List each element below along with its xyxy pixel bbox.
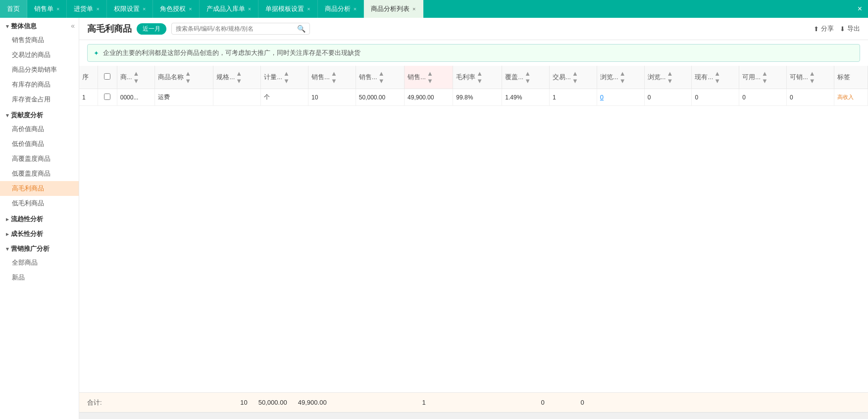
close-icon[interactable]: × bbox=[412, 6, 415, 12]
cell-name: 运费 bbox=[155, 89, 213, 106]
sidebar-item-stock-capital[interactable]: 库存资金占用 bbox=[0, 92, 79, 107]
arrow-down-icon: ▾ bbox=[6, 23, 9, 30]
footer-stock-current-val: 0 bbox=[508, 399, 548, 406]
sidebar-item-high-value[interactable]: 高价值商品 bbox=[0, 122, 79, 137]
nav-product-analysis-list[interactable]: 商品分析列表 × bbox=[364, 0, 423, 18]
views1-link[interactable]: 0 bbox=[600, 93, 604, 101]
close-icon[interactable]: × bbox=[143, 6, 146, 12]
footer-sales-amount-val: 50,000.00 bbox=[251, 399, 290, 406]
cell-unit: 个 bbox=[261, 89, 308, 106]
export-button[interactable]: ⬇ 导出 bbox=[840, 24, 860, 33]
arrow-right-icon: ▸ bbox=[6, 231, 9, 237]
content-header: 高毛利商品 近一月 🔍 ⬆ 分享 ⬇ 导出 bbox=[79, 18, 868, 40]
sort-arrows: ▲▼ bbox=[185, 70, 191, 85]
footer-sales-qty bbox=[112, 399, 211, 406]
cell-stock-current: 0 bbox=[692, 89, 739, 106]
arrow-right-icon: ▸ bbox=[6, 216, 9, 223]
sidebar-group-contribution[interactable]: ▾ 贡献度分析 bbox=[0, 107, 79, 122]
col-stock-available: 可用... ▲▼ bbox=[739, 66, 787, 89]
sidebar-collapse-button[interactable]: « bbox=[71, 22, 75, 30]
sort-arrows: ▲▼ bbox=[524, 70, 531, 85]
nav-role-auth[interactable]: 角色授权 × bbox=[153, 0, 199, 18]
sidebar-group-trend[interactable]: ▸ 流趋性分析 bbox=[0, 211, 79, 226]
search-input[interactable] bbox=[176, 25, 297, 32]
footer-cells: 10 50,000.00 49,900.00 1 0 0 bbox=[112, 399, 860, 406]
sort-arrows: ▲▼ bbox=[283, 70, 290, 85]
col-sales-amount: 销售... ▲▼ bbox=[356, 66, 404, 89]
footer-gross-margin-spacer bbox=[330, 399, 389, 406]
sort-arrows: ▲▼ bbox=[572, 70, 578, 85]
footer-sales-cost-val: 49,900.00 bbox=[290, 399, 330, 406]
row-checkbox[interactable] bbox=[104, 93, 110, 100]
cell-gross-margin: 99.8% bbox=[453, 89, 502, 106]
footer-transactions-val: 1 bbox=[389, 399, 429, 406]
search-icon[interactable]: 🔍 bbox=[297, 25, 306, 33]
footer-sales-qty-val: 10 bbox=[211, 399, 251, 406]
sidebar-item-new-goods[interactable]: 新品 bbox=[0, 270, 79, 285]
cell-views1[interactable]: 0 bbox=[597, 89, 644, 106]
col-unit: 计量... ▲▼ bbox=[261, 66, 308, 89]
sort-arrows: ▲▼ bbox=[378, 70, 385, 85]
arrow-down-icon: ▾ bbox=[6, 246, 9, 252]
cell-coverage: 1.49% bbox=[502, 89, 550, 106]
filter-recent-month-button[interactable]: 近一月 bbox=[137, 23, 166, 35]
sidebar-item-sales-goods[interactable]: 销售货商品 bbox=[0, 33, 79, 47]
close-icon[interactable]: × bbox=[307, 6, 310, 12]
close-icon[interactable]: × bbox=[354, 6, 357, 12]
sidebar-group-growth[interactable]: ▸ 成长性分析 bbox=[0, 226, 79, 240]
sort-arrows: ▲▼ bbox=[427, 70, 433, 85]
nav-template-settings[interactable]: 单据模板设置 × bbox=[258, 0, 317, 18]
close-icon[interactable]: × bbox=[96, 6, 99, 12]
col-stock-saleable: 可销... ▲▼ bbox=[786, 66, 834, 89]
footer-label: 合计: bbox=[87, 398, 102, 407]
sidebar-item-traded-goods[interactable]: 交易过的商品 bbox=[0, 47, 79, 62]
nav-home[interactable]: 首页 bbox=[0, 0, 27, 18]
footer-total: 合计: 10 50,000.00 49,900.00 1 0 0 bbox=[79, 392, 868, 412]
close-icon[interactable]: × bbox=[248, 6, 251, 12]
share-button[interactable]: ⬆ 分享 bbox=[814, 24, 834, 33]
sidebar-group-overall[interactable]: ▾ 整体信息 bbox=[0, 18, 79, 33]
col-seq: 序 bbox=[79, 66, 98, 89]
sidebar-item-high-margin[interactable]: 高毛利商品 bbox=[0, 181, 79, 196]
close-icon[interactable]: × bbox=[189, 6, 192, 12]
info-icon: ✦ bbox=[94, 49, 99, 57]
sidebar-item-category-sales-rate[interactable]: 商品分类助销率 bbox=[0, 62, 79, 77]
sidebar-item-high-coverage[interactable]: 高覆盖度商品 bbox=[0, 151, 79, 166]
nav-product-analysis[interactable]: 商品分析 × bbox=[318, 0, 364, 18]
table-container: 序 商... ▲▼ bbox=[79, 66, 868, 392]
col-transactions: 交易... ▲▼ bbox=[550, 66, 597, 89]
nav-sales-order[interactable]: 销售单 × bbox=[27, 0, 67, 18]
top-navigation: 首页 销售单 × 进货单 × 权限设置 × 角色授权 × 产成品入库单 × 单据… bbox=[0, 0, 868, 18]
sidebar-item-low-margin[interactable]: 低毛利商品 bbox=[0, 196, 79, 211]
nav-product-inbound[interactable]: 产成品入库单 × bbox=[200, 0, 258, 18]
cell-views2: 0 bbox=[644, 89, 692, 106]
col-checkbox bbox=[98, 66, 117, 89]
cell-tag: 高收入 bbox=[834, 89, 868, 106]
close-icon[interactable]: × bbox=[56, 6, 59, 12]
arrow-down-icon: ▾ bbox=[6, 112, 9, 119]
cell-sales-cost: 49,900.00 bbox=[405, 89, 453, 106]
sort-arrows: ▲▼ bbox=[619, 70, 626, 85]
sidebar-item-low-value[interactable]: 低价值商品 bbox=[0, 137, 79, 151]
select-all-checkbox[interactable] bbox=[104, 73, 110, 80]
sidebar-item-all-goods[interactable]: 全部商品 bbox=[0, 255, 79, 270]
col-coverage: 覆盖... ▲▼ bbox=[502, 66, 550, 89]
col-views1: 浏览... ▲▼ bbox=[597, 66, 644, 89]
sort-arrows: ▲▼ bbox=[762, 70, 768, 85]
sort-arrows: ▲▼ bbox=[236, 70, 242, 85]
horizontal-scrollbar[interactable] bbox=[79, 412, 868, 419]
nav-purchase-order[interactable]: 进货单 × bbox=[67, 0, 106, 18]
sort-arrows: ▲▼ bbox=[331, 70, 337, 85]
nav-permission-settings[interactable]: 权限设置 × bbox=[107, 0, 153, 18]
sidebar-item-low-coverage[interactable]: 低覆盖度商品 bbox=[0, 166, 79, 181]
content-area: 高毛利商品 近一月 🔍 ⬆ 分享 ⬇ 导出 ✦ 企业的主要的利润都是这部分商品创… bbox=[79, 18, 868, 419]
sidebar-item-stock-goods[interactable]: 有库存的商品 bbox=[0, 77, 79, 92]
table-row: 1 0000... 运费 个 10 50,000.00 49,900.00 99… bbox=[79, 89, 868, 106]
sidebar-group-marketing[interactable]: ▾ 营销推广分析 bbox=[0, 240, 79, 255]
col-sales-cost: 销售... ▲▼ bbox=[405, 66, 453, 89]
footer-views2-spacer bbox=[468, 399, 508, 406]
cell-sales-qty: 10 bbox=[308, 89, 356, 106]
share-icon: ⬆ bbox=[814, 25, 819, 33]
close-all-button[interactable]: × bbox=[852, 0, 868, 18]
col-tag: 标签 bbox=[834, 66, 868, 89]
